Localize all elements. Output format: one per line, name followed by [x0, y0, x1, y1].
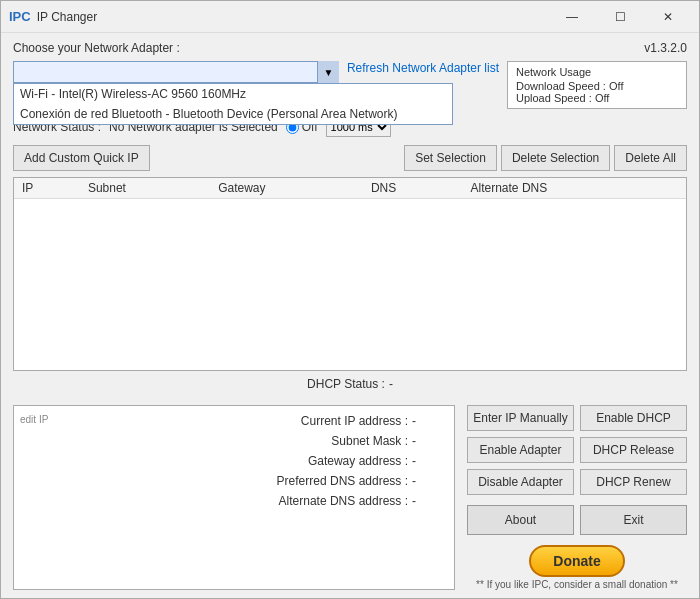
current-ip-key: Current IP address : [268, 414, 408, 428]
adapter-row: ▼ Wi-Fi - Intel(R) Wireless-AC 9560 160M… [13, 61, 687, 109]
dhcp-renew-button[interactable]: DHCP Renew [580, 469, 687, 495]
alt-dns-val: - [412, 494, 442, 508]
download-label: Download Speed : [516, 80, 606, 92]
current-ip-val: - [412, 414, 442, 428]
dhcp-release-button[interactable]: DHCP Release [580, 437, 687, 463]
dhcp-status-value: - [389, 377, 393, 391]
subnet-row: Subnet Mask : - [26, 434, 442, 448]
network-usage-box: Network Usage Download Speed : Off Uploa… [507, 61, 687, 109]
set-selection-button[interactable]: Set Selection [404, 145, 497, 171]
adapter-dropdown-arrow[interactable]: ▼ [317, 61, 339, 83]
maximize-button[interactable]: ☐ [597, 3, 643, 31]
add-custom-quick-ip-button[interactable]: Add Custom Quick IP [13, 145, 150, 171]
donate-section: Donate ** If you like IPC, consider a sm… [467, 545, 687, 590]
subnet-key: Subnet Mask : [268, 434, 408, 448]
app-icon: IPC [9, 9, 31, 24]
enter-ip-manually-button[interactable]: Enter IP Manually [467, 405, 574, 431]
pref-dns-row: Preferred DNS address : - [26, 474, 442, 488]
edit-ip-label: edit IP [20, 414, 48, 425]
main-window: IPC IP Changer — ☐ ✕ Choose your Network… [0, 0, 700, 599]
alt-dns-row: Alternate DNS address : - [26, 494, 442, 508]
col-gateway: Gateway [210, 178, 363, 199]
refresh-link[interactable]: Refresh Network Adapter list [347, 61, 499, 75]
dhcp-status-row: DHCP Status : - [13, 377, 687, 391]
window-controls: — ☐ ✕ [549, 3, 691, 31]
delete-selection-button[interactable]: Delete Selection [501, 145, 610, 171]
ip-table: IP Subnet Gateway DNS Alternate DNS [14, 178, 686, 199]
network-usage-title: Network Usage [516, 66, 678, 78]
download-value: Off [609, 80, 623, 92]
action-row-1: Enter IP Manually Enable DHCP [467, 405, 687, 431]
gateway-key: Gateway address : [268, 454, 408, 468]
minimize-button[interactable]: — [549, 3, 595, 31]
upload-value: Off [595, 92, 609, 104]
dropdown-item-bluetooth[interactable]: Conexión de red Bluetooth - Bluetooth De… [14, 104, 452, 124]
col-subnet: Subnet [80, 178, 210, 199]
adapter-select-display[interactable] [13, 61, 339, 83]
top-row: Choose your Network Adapter : v1.3.2.0 [13, 41, 687, 55]
bottom-section: edit IP Current IP address : - Subnet Ma… [13, 405, 687, 590]
gateway-val: - [412, 454, 442, 468]
download-speed-row: Download Speed : Off [516, 80, 678, 92]
col-ip: IP [14, 178, 80, 199]
subnet-val: - [412, 434, 442, 448]
donate-button[interactable]: Donate [529, 545, 624, 577]
pref-dns-key: Preferred DNS address : [268, 474, 408, 488]
action-row-2: Enable Adapter DHCP Release [467, 437, 687, 463]
content-area: Choose your Network Adapter : v1.3.2.0 ▼… [1, 33, 699, 598]
enable-dhcp-button[interactable]: Enable DHCP [580, 405, 687, 431]
enable-adapter-button[interactable]: Enable Adapter [467, 437, 574, 463]
ip-table-container: IP Subnet Gateway DNS Alternate DNS [13, 177, 687, 371]
version-label: v1.3.2.0 [644, 41, 687, 55]
adapter-select-wrapper: ▼ [13, 61, 339, 83]
donate-note: ** If you like IPC, consider a small don… [476, 579, 678, 590]
disable-adapter-button[interactable]: Disable Adapter [467, 469, 574, 495]
adapter-select-container: ▼ Wi-Fi - Intel(R) Wireless-AC 9560 160M… [13, 61, 339, 83]
title-bar: IPC IP Changer — ☐ ✕ [1, 1, 699, 33]
action-panel: Enter IP Manually Enable DHCP Enable Ada… [467, 405, 687, 590]
alt-dns-key: Alternate DNS address : [268, 494, 408, 508]
gateway-row: Gateway address : - [26, 454, 442, 468]
adapter-dropdown: Wi-Fi - Intel(R) Wireless-AC 9560 160MHz… [13, 83, 453, 125]
current-ip-row: Current IP address : - [26, 414, 442, 428]
exit-button[interactable]: Exit [580, 505, 687, 535]
about-exit-row: About Exit [467, 505, 687, 535]
toolbar-row: Add Custom Quick IP Set Selection Delete… [13, 145, 687, 171]
dhcp-status-label: DHCP Status : [307, 377, 385, 391]
info-panel: edit IP Current IP address : - Subnet Ma… [13, 405, 455, 590]
close-button[interactable]: ✕ [645, 3, 691, 31]
delete-all-button[interactable]: Delete All [614, 145, 687, 171]
pref-dns-val: - [412, 474, 442, 488]
upload-speed-row: Upload Speed : Off [516, 92, 678, 104]
app-title: IP Changer [37, 10, 549, 24]
dropdown-item-wifi[interactable]: Wi-Fi - Intel(R) Wireless-AC 9560 160MHz [14, 84, 452, 104]
col-dns: DNS [363, 178, 463, 199]
adapter-label: Choose your Network Adapter : [13, 41, 180, 55]
action-row-3: Disable Adapter DHCP Renew [467, 469, 687, 495]
upload-label: Upload Speed : [516, 92, 592, 104]
about-button[interactable]: About [467, 505, 574, 535]
table-header-row: IP Subnet Gateway DNS Alternate DNS [14, 178, 686, 199]
col-alt-dns: Alternate DNS [463, 178, 686, 199]
